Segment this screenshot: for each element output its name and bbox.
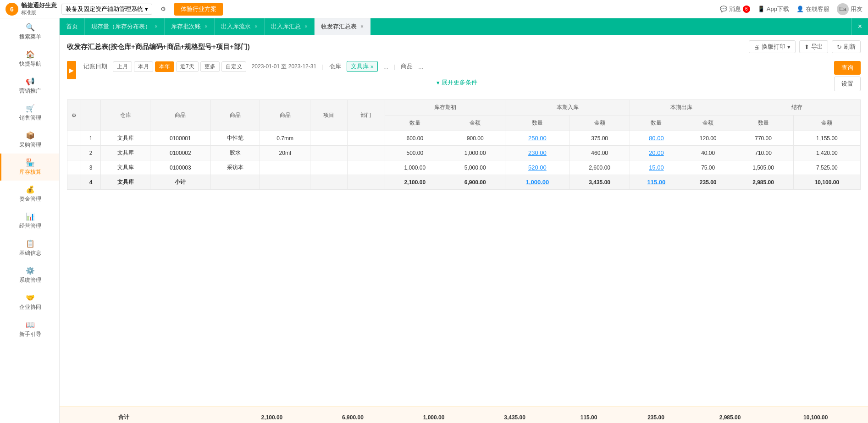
subtotal-in-qty[interactable]: 1,000.00 (505, 175, 569, 190)
date-btn-this-month[interactable]: 本月 (134, 61, 153, 72)
tab-inout-summary-label: 出入库汇总 (271, 22, 301, 31)
th-in-amt: 金额 (569, 115, 630, 131)
sidebar-label-system: 系统管理 (19, 276, 41, 284)
user-label: 用友 (851, 5, 862, 13)
goods-more[interactable]: ... (418, 63, 423, 70)
row2-open-amt: 1,000.00 (445, 146, 505, 160)
row3-out-qty[interactable]: 15.00 (630, 160, 683, 175)
date-btn-last-month[interactable]: 上月 (113, 61, 132, 72)
dropdown-arrow-icon: ▾ (145, 5, 148, 12)
tab-inout-flow-label: 出入库流水 (221, 22, 251, 31)
row3-bal-amt: 7,525.00 (793, 160, 860, 175)
top-bar: 6 畅捷通好生意 标准版 装备及固定资产辅助管理系统 ▾ ⚙ 体验行业方案 💬 … (0, 0, 868, 18)
sidebar-label-guide: 新手引导 (19, 330, 41, 338)
date-btn-more[interactable]: 更多 (200, 61, 220, 72)
sidebar-item-inventory[interactable]: 🏪 库存核算 (0, 154, 59, 181)
sidebar-item-search[interactable]: 🔍 搜索菜单 (0, 18, 59, 45)
gear-button[interactable]: ⚙ (157, 3, 170, 16)
tab-batch-close[interactable]: × (205, 23, 208, 30)
table-warehouse-th: 仓库 (101, 100, 150, 131)
export-icon: ⬆ (804, 44, 809, 50)
tab-recv-send-close[interactable]: × (360, 23, 364, 30)
sys-title-dropdown[interactable]: 装备及固定资产辅助管理系统 ▾ (61, 4, 152, 15)
sidebar-item-base[interactable]: 📋 基础信息 (0, 235, 59, 262)
row2-in-qty[interactable]: 230.00 (505, 146, 569, 160)
tab-batch[interactable]: 库存批次账 × (165, 18, 215, 35)
sidebar-label-base: 基础信息 (19, 249, 41, 257)
sidebar-item-purchase[interactable]: 📦 采购管理 (0, 126, 59, 154)
tab-stock-dist-close[interactable]: × (155, 23, 158, 30)
finance-icon: 💰 (26, 185, 35, 194)
row3-in-qty[interactable]: 520.00 (505, 160, 569, 175)
date-btn-this-year[interactable]: 本年 (155, 61, 174, 72)
table-out-period-th: 本期出库 (630, 100, 733, 115)
switch-print-icon: 🖨 (754, 44, 760, 50)
date-range-text: 2023-01-01 至 2023-12-31 (252, 63, 316, 71)
date-btn-7days[interactable]: 近7天 (176, 61, 199, 72)
logo-sub: 标准版 (21, 9, 57, 16)
export-button[interactable]: ⬆ 导出 (799, 40, 828, 53)
home-icon: 🏠 (26, 50, 35, 59)
th-bal-qty: 数量 (733, 115, 793, 131)
row2-out-qty[interactable]: 20.00 (630, 146, 683, 160)
total-bal-amt: 10,100.00 (770, 412, 861, 423)
row2-in-amt: 460.00 (569, 146, 630, 160)
sidebar-item-system[interactable]: ⚙️ 系统管理 (0, 262, 59, 289)
tab-inout-summary-close[interactable]: × (304, 23, 308, 30)
row1-settings (67, 131, 81, 146)
subtotal-empty1 (210, 175, 260, 190)
warehouse-more[interactable]: ... (383, 63, 388, 70)
message-button[interactable]: 💬 消息 6 (720, 5, 750, 13)
th-open-amt: 金额 (445, 115, 505, 131)
sidebar: 🔍 搜索菜单 🏠 快捷导航 📢 营销推广 🛒 销售管理 📦 采购管理 🏪 库存核… (0, 18, 60, 423)
table-settings-th[interactable]: ⚙ (67, 100, 81, 131)
row1-out-qty[interactable]: 80.00 (630, 131, 683, 146)
row1-in-qty[interactable]: 250.00 (505, 131, 569, 146)
subtotal-settings (67, 175, 81, 190)
sidebar-item-finance[interactable]: 💰 资金管理 (0, 181, 59, 208)
tab-home[interactable]: 首页 (60, 18, 85, 35)
sidebar-item-marketing[interactable]: 📢 营销推广 (0, 72, 59, 99)
message-label: 消息 (729, 5, 741, 13)
refresh-button[interactable]: ↻ 刷新 (832, 40, 861, 53)
filter-wrapper: ▶ 记账日期 上月 本月 本年 近7天 更多 自定义 (60, 57, 868, 95)
tab-inout-flow-close[interactable]: × (254, 23, 258, 30)
collab-icon: 🤝 (26, 293, 35, 302)
tab-inout-summary[interactable]: 出入库汇总 × (265, 18, 315, 35)
expand-icon: ▾ (437, 79, 440, 86)
date-btn-custom[interactable]: 自定义 (221, 61, 246, 72)
query-button[interactable]: 查询 (834, 61, 861, 75)
filter-settings-button[interactable]: 设置 (834, 77, 861, 91)
tab-stock-dist[interactable]: 现存量（库存分布表） × (85, 18, 165, 35)
online-service-button[interactable]: 👤 在线客服 (796, 5, 829, 13)
page-content: 收发存汇总表(按仓库+商品编码+商品+规格型号+项目+部门) 🖨 换版打印 ▾ … (60, 35, 868, 423)
filter-collapse-button[interactable]: ▶ (67, 61, 76, 79)
sidebar-item-collab[interactable]: 🤝 企业协同 (0, 289, 59, 316)
switch-print-button[interactable]: 🖨 换版打印 ▾ (749, 40, 796, 53)
app-download-button[interactable]: 📱 App下载 (757, 5, 789, 13)
subtotal-empty2 (260, 175, 310, 190)
page-inner: 收发存汇总表(按仓库+商品编码+商品+规格型号+项目+部门) 🖨 换版打印 ▾ … (60, 35, 868, 423)
row2-bal-qty: 710.00 (733, 146, 793, 160)
row2-settings (67, 146, 81, 160)
total-out-amt: 235.00 (622, 412, 689, 423)
tab-recv-send[interactable]: 收发存汇总表 × (315, 18, 370, 35)
expand-conditions-button[interactable]: ▾ 展开更多条件 (437, 78, 477, 87)
total-out-qty: 115.00 (555, 412, 622, 423)
sidebar-label-inventory: 库存核算 (19, 168, 41, 176)
sidebar-item-sales[interactable]: 🛒 销售管理 (0, 99, 59, 126)
trial-button[interactable]: 体验行业方案 (174, 3, 223, 16)
sidebar-item-operation[interactable]: 📊 经营管理 (0, 208, 59, 235)
th-in-qty: 数量 (505, 115, 569, 131)
sidebar-item-guide[interactable]: 📖 新手引导 (0, 316, 59, 343)
warehouse-tag-close[interactable]: × (370, 63, 374, 70)
user-area[interactable]: Ea 用友 (837, 3, 862, 15)
subtotal-out-qty[interactable]: 115.00 (630, 175, 683, 190)
close-all-tabs-button[interactable]: × (851, 18, 868, 35)
th-out-amt: 金额 (683, 115, 733, 131)
tab-inout-flow[interactable]: 出入库流水 × (215, 18, 265, 35)
sidebar-label-search: 搜索菜单 (19, 33, 41, 41)
row2-project (310, 146, 347, 160)
top-bar-right: 💬 消息 6 📱 App下载 👤 在线客服 Ea 用友 (720, 3, 862, 15)
sidebar-item-quick[interactable]: 🏠 快捷导航 (0, 45, 59, 72)
